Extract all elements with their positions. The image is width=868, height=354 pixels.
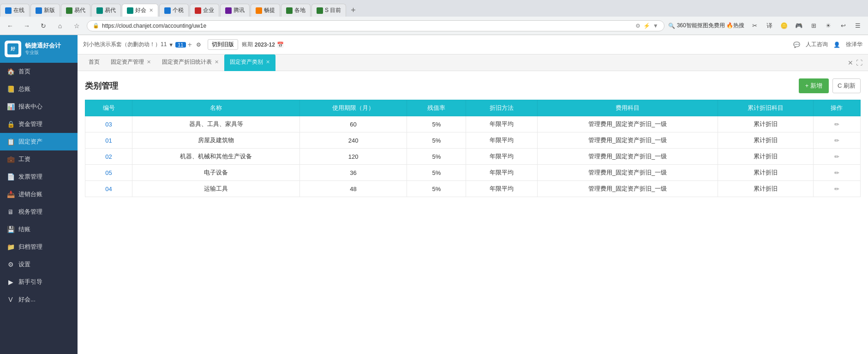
- refresh-button[interactable]: ↻: [37, 19, 50, 32]
- page-tab-asset-mgmt[interactable]: 固定资产管理 ✕: [105, 54, 156, 71]
- calendar-icon[interactable]: 📅: [277, 42, 284, 48]
- table-row: 02 机器、机械和其他生产设备 120 5% 年限平均 管理费用_固定资产折旧_…: [85, 149, 861, 165]
- row3-edit-icon[interactable]: ✏: [834, 153, 839, 160]
- tab-close-5[interactable]: ✕: [149, 7, 153, 13]
- brightness-icon[interactable]: ☀: [822, 19, 835, 32]
- sidebar-item-archive[interactable]: 📁 归档管理: [0, 238, 78, 256]
- tab-icon-5: [127, 7, 133, 14]
- row1-edit-icon[interactable]: ✏: [834, 121, 839, 128]
- url-dropdown-icon[interactable]: ▼: [653, 23, 658, 29]
- sidebar-item-guide[interactable]: ▶ 新手引导: [0, 273, 78, 291]
- browser-tab-1[interactable]: 在线: [0, 4, 30, 17]
- row2-edit-icon[interactable]: ✏: [834, 137, 839, 144]
- logo-title: 畅捷通好会计: [25, 42, 61, 50]
- col-rate: 残值率: [407, 100, 466, 116]
- undo-icon[interactable]: ↩: [837, 19, 850, 32]
- sidebar-item-more[interactable]: V 好会...: [0, 291, 78, 308]
- game-icon[interactable]: 🎮: [792, 19, 805, 32]
- browser-tab-3[interactable]: 易代: [61, 4, 90, 17]
- page-tab-depreciation-table[interactable]: 固定资产折旧统计表 ✕: [156, 54, 224, 71]
- sidebar-item-inout[interactable]: 📥 进销台账: [0, 186, 78, 203]
- coin-icon[interactable]: 🪙: [778, 19, 790, 32]
- user-dropdown-icon[interactable]: ▼: [168, 42, 174, 48]
- tab-label-7: 企业: [203, 6, 214, 14]
- sidebar-item-checkout[interactable]: 💾 结账: [0, 221, 78, 238]
- page-tab-asset-category[interactable]: 固定资产类别 ✕: [224, 54, 275, 71]
- inout-icon: 📥: [6, 190, 15, 198]
- home-button[interactable]: ⌂: [54, 19, 66, 32]
- row4-edit-icon[interactable]: ✏: [834, 169, 839, 176]
- logo-subtitle: 专业版: [25, 49, 61, 56]
- table-header-row: 编号 名称 使用期限（月） 残值率 折旧方法 费用科目 累计折旧科目 操作: [85, 100, 861, 116]
- browser-tab-11[interactable]: S 目前: [311, 4, 346, 17]
- expand-icon[interactable]: ⛶: [856, 59, 862, 66]
- sidebar-item-home[interactable]: 🏠 首页: [0, 63, 78, 80]
- tab-icon-1: [5, 7, 12, 14]
- browser-tab-4[interactable]: 易代: [91, 4, 121, 17]
- row1-depreciation: 累计折旧: [718, 116, 813, 132]
- page-tab-home[interactable]: 首页: [83, 54, 105, 71]
- browser-chrome: 在线 新版 易代 易代 好会 ✕ 个税 企业 腾讯: [0, 0, 868, 35]
- sidebar-item-report[interactable]: 📊 报表中心: [0, 98, 78, 115]
- page-tab-depreciation-table-close[interactable]: ✕: [215, 59, 219, 65]
- sidebar-item-ledger[interactable]: 📒 总账: [0, 80, 78, 98]
- sidebar-item-fund[interactable]: 🔒 资金管理: [0, 115, 78, 133]
- refresh-button-content[interactable]: C 刷新: [832, 78, 861, 93]
- tab-label-6: 个税: [173, 6, 184, 14]
- tab-bar: 在线 新版 易代 易代 好会 ✕ 个税 企业 腾讯: [0, 0, 868, 17]
- bookmark-button[interactable]: ☆: [70, 19, 83, 32]
- page-tab-asset-mgmt-close[interactable]: ✕: [147, 59, 151, 65]
- sidebar-item-salary[interactable]: 💼 工资: [0, 150, 78, 168]
- tab-icon-7: [195, 7, 201, 14]
- tab-icon-9: [256, 7, 262, 14]
- tab-label-10: 各地: [294, 6, 305, 14]
- close-max-icon[interactable]: ✕: [848, 59, 853, 66]
- row2-depreciation: 累计折旧: [718, 132, 813, 149]
- page-tab-asset-category-close[interactable]: ✕: [266, 59, 270, 65]
- add-button[interactable]: + 新增: [799, 78, 829, 93]
- sidebar-label-fund: 资金管理: [18, 120, 42, 128]
- browser-tab-5[interactable]: 好会 ✕: [122, 4, 158, 17]
- browser-tab-9[interactable]: 畅提: [251, 4, 280, 17]
- translate-icon[interactable]: 译: [763, 19, 776, 32]
- col-name: 名称: [132, 100, 300, 116]
- tab-label-3: 易代: [74, 6, 85, 14]
- row1-expense: 管理费用_固定资产折旧_一级: [537, 116, 718, 132]
- row5-edit-icon[interactable]: ✏: [834, 186, 839, 192]
- header-user: 刘小艳演示系套（勿删勿动！）11 ▼ 11 + ⚙: [83, 40, 204, 50]
- browser-tab-8[interactable]: 腾讯: [220, 4, 250, 17]
- scissor-icon[interactable]: ✂: [748, 19, 761, 32]
- row3-name: 机器、机械和其他生产设备: [132, 149, 300, 165]
- table-body: 03 器具、工具、家具等 60 5% 年限平均 管理费用_固定资产折旧_一级 累…: [85, 116, 861, 197]
- main-area: 刘小艳演示系套（勿删勿动！）11 ▼ 11 + ⚙ 切到旧版 账期 2023-1…: [78, 35, 868, 354]
- switch-version-button[interactable]: 切到旧版: [208, 39, 238, 50]
- url-bar[interactable]: 🔒 https://cloud.chanjet.com/accounting/u…: [87, 20, 664, 31]
- user-settings-icon[interactable]: ⚙: [194, 40, 204, 50]
- add-company-icon[interactable]: +: [188, 41, 192, 49]
- browser-tab-2[interactable]: 新版: [30, 4, 60, 17]
- table-row: 04 运输工具 48 5% 年限平均 管理费用_固定资产折旧_一级 累计折旧 ✏: [85, 181, 861, 197]
- sidebar-item-invoice[interactable]: 📄 发票管理: [0, 168, 78, 186]
- search-icon: 🔍: [668, 23, 675, 29]
- row1-period: 60: [299, 116, 407, 132]
- new-tab-button[interactable]: +: [347, 4, 359, 17]
- sidebar-label-invoice: 发票管理: [18, 173, 42, 181]
- row5-name: 运输工具: [132, 181, 300, 197]
- sidebar-item-fixed-asset[interactable]: 📋 固定资产: [0, 133, 78, 150]
- browser-tab-7[interactable]: 企业: [190, 4, 219, 17]
- consult-label[interactable]: 人工咨询: [806, 41, 828, 48]
- header-period: 账期 2023-12 📅: [242, 41, 284, 48]
- sidebar-item-tax[interactable]: 🖥 税务管理: [0, 203, 78, 221]
- url-text: https://cloud.chanjet.com/accounting/uw1…: [102, 23, 633, 29]
- sidebar-label-archive: 归档管理: [18, 243, 42, 251]
- browser-tab-6[interactable]: 个税: [159, 4, 189, 17]
- browser-tab-10[interactable]: 各地: [281, 4, 311, 17]
- tab-icon-3: [66, 7, 72, 14]
- back-button[interactable]: ←: [4, 19, 17, 32]
- sidebar-item-settings[interactable]: ⚙ 设置: [0, 256, 78, 273]
- grid-icon[interactable]: ⊞: [807, 19, 820, 32]
- forward-button[interactable]: →: [20, 19, 33, 32]
- sidebar-label-more: 好会...: [18, 295, 36, 304]
- row5-expense: 管理费用_固定资产折旧_一级: [537, 181, 718, 197]
- menu-icon[interactable]: ☰: [851, 19, 864, 32]
